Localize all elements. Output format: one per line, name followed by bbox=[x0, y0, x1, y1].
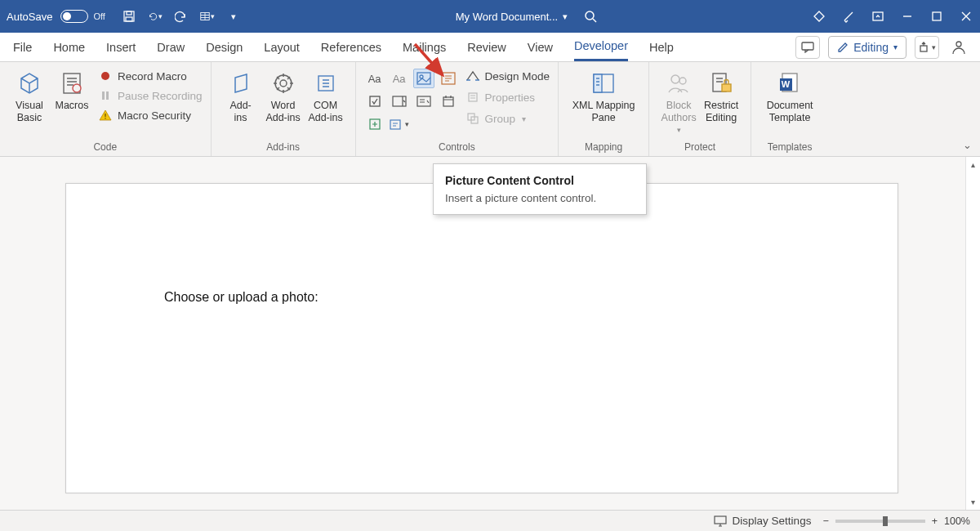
document-template-icon: W bbox=[775, 69, 804, 98]
block-authors-icon bbox=[664, 69, 693, 98]
tooltip: Picture Content Control Insert a picture… bbox=[433, 163, 647, 215]
redo-icon[interactable] bbox=[174, 9, 189, 24]
table-icon[interactable]: ▾ bbox=[200, 9, 215, 24]
word-addins-button[interactable]: Word Add-ins bbox=[262, 65, 305, 124]
ribbon: Visual Basic Macros Record Macro Pause R… bbox=[0, 62, 980, 157]
display-settings-button[interactable]: Display Settings bbox=[713, 514, 812, 529]
restrict-editing-button[interactable]: Restrict Editing bbox=[700, 65, 742, 124]
minimize-icon[interactable] bbox=[900, 9, 915, 24]
ribbon-options-icon[interactable] bbox=[871, 9, 885, 24]
document-title[interactable]: My Word Document... ▾ bbox=[456, 11, 568, 23]
group-label: Controls bbox=[439, 140, 475, 154]
tab-insert[interactable]: Insert bbox=[106, 33, 136, 61]
addins-icon bbox=[226, 69, 256, 98]
tab-help[interactable]: Help bbox=[649, 33, 674, 61]
document-page[interactable]: Choose or upload a photo: bbox=[65, 183, 898, 493]
design-mode-button[interactable]: Design Mode bbox=[466, 69, 550, 83]
addins-button[interactable]: Add- ins bbox=[220, 65, 262, 124]
block-authors-button: Block Authors▾ bbox=[657, 65, 700, 135]
repeating-section-control-icon[interactable] bbox=[364, 114, 385, 134]
close-icon[interactable] bbox=[959, 9, 973, 24]
maximize-icon[interactable] bbox=[929, 9, 944, 24]
status-bar: Display Settings − + 100% bbox=[0, 510, 980, 531]
pause-icon bbox=[98, 88, 113, 103]
group-addins: Add- ins Word Add-ins COM Add-ins Add-in… bbox=[212, 62, 356, 156]
svg-rect-7 bbox=[802, 42, 813, 50]
document-template-button[interactable]: W Document Template bbox=[760, 65, 820, 124]
combobox-control-icon[interactable] bbox=[389, 91, 410, 111]
legacy-tools-icon[interactable]: ▾ bbox=[389, 114, 410, 134]
share-button[interactable]: ▾ bbox=[915, 36, 939, 59]
user-icon[interactable] bbox=[951, 39, 967, 56]
restrict-editing-icon bbox=[706, 69, 736, 98]
collapse-ribbon-icon[interactable]: ⌄ bbox=[963, 139, 972, 151]
svg-point-35 bbox=[679, 78, 686, 84]
zoom-slider[interactable] bbox=[835, 520, 925, 523]
svg-point-12 bbox=[101, 72, 109, 80]
svg-rect-14 bbox=[106, 91, 109, 100]
plain-text-control-icon[interactable]: Aa bbox=[389, 69, 410, 88]
svg-rect-15 bbox=[105, 114, 105, 117]
macros-button[interactable]: Macros bbox=[51, 65, 93, 112]
diamond-icon[interactable] bbox=[812, 9, 826, 24]
svg-rect-20 bbox=[417, 73, 430, 84]
xml-mapping-pane-button[interactable]: XML Mapping Pane bbox=[567, 65, 640, 124]
svg-rect-23 bbox=[370, 96, 380, 106]
svg-rect-1 bbox=[127, 11, 131, 15]
macro-security-button[interactable]: Macro Security bbox=[98, 108, 203, 123]
group-icon bbox=[466, 111, 480, 126]
svg-rect-26 bbox=[443, 97, 453, 106]
editing-mode-button[interactable]: Editing ▾ bbox=[828, 36, 906, 59]
vertical-scrollbar[interactable]: ▴ ▾ bbox=[965, 157, 980, 510]
date-picker-control-icon[interactable] bbox=[438, 91, 459, 111]
tab-design[interactable]: Design bbox=[206, 33, 243, 61]
zoom-value[interactable]: 100% bbox=[944, 515, 970, 527]
undo-icon[interactable]: ▾ bbox=[148, 9, 163, 24]
svg-rect-42 bbox=[715, 516, 726, 524]
tooltip-title: Picture Content Control bbox=[445, 174, 635, 187]
autosave-toggle[interactable] bbox=[60, 10, 88, 23]
search-icon[interactable] bbox=[584, 10, 597, 23]
save-icon[interactable] bbox=[122, 9, 136, 24]
tab-home[interactable]: Home bbox=[53, 33, 85, 61]
zoom-in-icon[interactable]: + bbox=[932, 515, 938, 527]
zoom-control[interactable]: − + 100% bbox=[822, 515, 970, 527]
visual-basic-icon bbox=[15, 69, 44, 98]
record-macro-button[interactable]: Record Macro bbox=[98, 69, 203, 83]
svg-rect-29 bbox=[469, 93, 477, 101]
building-block-control-icon[interactable] bbox=[438, 69, 459, 88]
chevron-down-icon: ▾ bbox=[893, 42, 898, 51]
dropdown-control-icon[interactable] bbox=[413, 91, 434, 111]
svg-rect-25 bbox=[417, 96, 430, 106]
brush-icon[interactable] bbox=[841, 9, 856, 24]
tab-mailings[interactable]: Mailings bbox=[403, 33, 446, 61]
tab-view[interactable]: View bbox=[528, 33, 553, 61]
pencil-icon bbox=[837, 42, 849, 53]
scroll-up-icon[interactable]: ▴ bbox=[971, 160, 975, 169]
tab-review[interactable]: Review bbox=[467, 33, 506, 61]
zoom-out-icon[interactable]: − bbox=[822, 515, 828, 527]
group-label: Protect bbox=[684, 140, 715, 154]
qat-more-icon[interactable]: ▾ bbox=[226, 9, 241, 24]
picture-content-control-icon[interactable] bbox=[413, 69, 434, 88]
tab-layout[interactable]: Layout bbox=[264, 33, 300, 61]
checkbox-control-icon[interactable] bbox=[364, 91, 385, 111]
tab-file[interactable]: File bbox=[13, 33, 32, 61]
title-bar: AutoSave Off ▾ ▾ ▾ My Word Document... ▾ bbox=[0, 0, 980, 33]
group-label: Mapping bbox=[585, 140, 622, 154]
visual-basic-button[interactable]: Visual Basic bbox=[8, 65, 51, 124]
controls-gallery: Aa Aa ▾ bbox=[364, 65, 459, 134]
tab-references[interactable]: References bbox=[321, 33, 381, 61]
display-settings-icon bbox=[713, 514, 728, 529]
comments-button[interactable] bbox=[795, 36, 820, 59]
svg-rect-13 bbox=[102, 91, 105, 100]
svg-text:W: W bbox=[782, 79, 791, 89]
scroll-down-icon[interactable]: ▾ bbox=[971, 498, 975, 506]
pause-recording-button: Pause Recording bbox=[98, 88, 203, 103]
tab-draw[interactable]: Draw bbox=[157, 33, 185, 61]
rich-text-control-icon[interactable]: Aa bbox=[364, 69, 385, 88]
tab-developer[interactable]: Developer bbox=[574, 33, 628, 61]
group-button: Group▾ bbox=[466, 111, 550, 126]
com-addins-button[interactable]: COM Add-ins bbox=[305, 65, 347, 124]
design-mode-icon bbox=[466, 69, 480, 83]
